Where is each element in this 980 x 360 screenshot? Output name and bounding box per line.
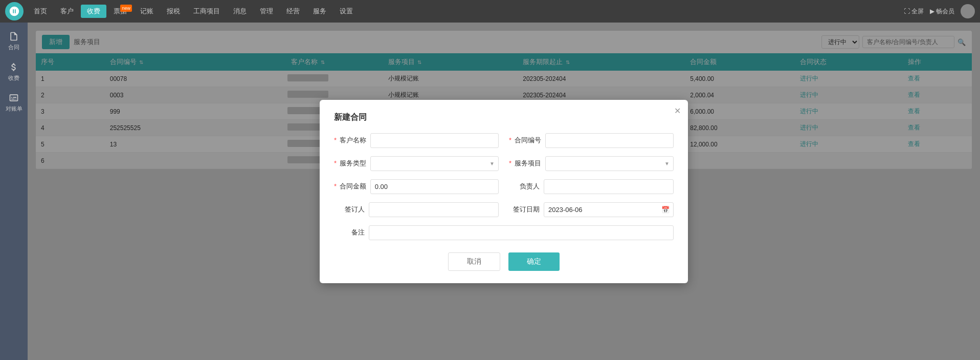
nav-fee[interactable]: 收费 — [81, 5, 106, 18]
form-group-sign-date: 签订日期 📅 — [509, 202, 674, 217]
new-contract-modal: ✕ 新建合同 * 客户名称 * 合同编号 — [320, 100, 688, 283]
modal-close-button[interactable]: ✕ — [674, 106, 681, 116]
form-row-3: * 合同金额 负责人 — [334, 179, 674, 194]
contract-no-input[interactable] — [545, 133, 674, 148]
service-item-wrapper: ▼ — [545, 156, 674, 171]
nav-business[interactable]: 工商项目 — [187, 5, 226, 18]
form-group-customer: * 客户名称 — [334, 133, 499, 148]
nav-manage[interactable]: 管理 — [254, 5, 279, 18]
signer-label: 签订人 — [334, 205, 365, 214]
logo[interactable] — [5, 2, 24, 20]
service-item-label: * 服务项目 — [509, 159, 541, 168]
form-row-4: 签订人 签订日期 📅 — [334, 202, 674, 217]
form-group-amount: * 合同金额 — [334, 179, 499, 194]
nav-service[interactable]: 服务 — [307, 5, 332, 18]
calendar-icon[interactable]: 📅 — [661, 206, 670, 214]
sidebar: 合同 收费 对账单 — [0, 23, 28, 360]
service-type-label: * 服务类型 — [334, 159, 366, 168]
modal-title: 新建合同 — [334, 112, 674, 123]
content-area: 新增 服务项目 进行中 已完成 已终止 🔍 序号 合同编 — [28, 23, 980, 360]
nav-settings[interactable]: 设置 — [333, 5, 359, 18]
service-item-select[interactable] — [545, 156, 674, 171]
nav-operate[interactable]: 经营 — [280, 5, 306, 18]
form-group-service-type: * 服务类型 ▼ — [334, 156, 499, 171]
main-layout: 合同 收费 对账单 新增 服务项目 — [0, 23, 980, 360]
modal-overlay: ✕ 新建合同 * 客户名称 * 合同编号 — [28, 23, 980, 360]
remarks-label: 备注 — [334, 228, 365, 237]
sign-date-label: 签订日期 — [509, 205, 540, 214]
remarks-input[interactable] — [369, 225, 674, 240]
form-group-signer: 签订人 — [334, 202, 499, 217]
form-row-2: * 服务类型 ▼ * 服务项目 — [334, 156, 674, 171]
customer-name-input[interactable] — [370, 133, 499, 148]
sidebar-item-contract[interactable]: 合同 — [2, 27, 26, 55]
nav-right: ⛶ 全屏 ▶ 畅会员 — [904, 4, 975, 18]
contract-amount-input[interactable] — [370, 179, 499, 194]
sign-date-wrapper: 📅 — [544, 202, 674, 217]
nav-message[interactable]: 消息 — [227, 5, 253, 18]
fee-icon — [8, 61, 19, 73]
sign-date-input[interactable] — [544, 202, 674, 217]
service-type-wrapper: ▼ — [370, 156, 499, 171]
sidebar-item-reconcile[interactable]: 对账单 — [2, 88, 26, 117]
form-row-5: 备注 — [334, 225, 674, 240]
new-badge: new — [120, 5, 132, 12]
form-group-service-item: * 服务项目 ▼ — [509, 156, 674, 171]
responsible-label: 负责人 — [509, 182, 540, 191]
customer-label: * 客户名称 — [334, 136, 366, 145]
contractno-label: * 合同编号 — [509, 136, 541, 145]
member-button[interactable]: ▶ 畅会员 — [930, 7, 954, 16]
nav-items: 首页 客户 收费 票据 new 记账 报税 工商项目 消息 管理 经营 服务 设… — [28, 5, 904, 18]
confirm-button[interactable]: 确定 — [508, 252, 560, 271]
nav-home[interactable]: 首页 — [28, 5, 53, 18]
cancel-button[interactable]: 取消 — [448, 252, 500, 271]
fullscreen-button[interactable]: ⛶ 全屏 — [904, 7, 924, 16]
nav-bill[interactable]: 票据 new — [107, 5, 133, 18]
nav-tax[interactable]: 报税 — [161, 5, 186, 18]
form-group-responsible: 负责人 — [509, 179, 674, 194]
avatar[interactable] — [961, 4, 975, 18]
member-icon: ▶ — [930, 8, 934, 15]
form-row-1: * 客户名称 * 合同编号 — [334, 133, 674, 148]
modal-footer: 取消 确定 — [334, 252, 674, 271]
sidebar-item-fee[interactable]: 收费 — [2, 57, 26, 86]
signer-input[interactable] — [369, 202, 499, 217]
form-group-contractno: * 合同编号 — [509, 133, 674, 148]
nav-account[interactable]: 记账 — [134, 5, 160, 18]
form-group-remarks: 备注 — [334, 225, 674, 240]
fullscreen-icon: ⛶ — [904, 8, 910, 15]
amount-label: * 合同金额 — [334, 182, 366, 191]
responsible-input[interactable] — [544, 179, 674, 194]
service-type-select[interactable] — [370, 156, 499, 171]
contract-icon — [8, 31, 19, 42]
nav-client[interactable]: 客户 — [54, 5, 80, 18]
top-nav: 首页 客户 收费 票据 new 记账 报税 工商项目 消息 管理 经营 服务 设… — [0, 0, 980, 23]
reconcile-icon — [8, 92, 19, 103]
